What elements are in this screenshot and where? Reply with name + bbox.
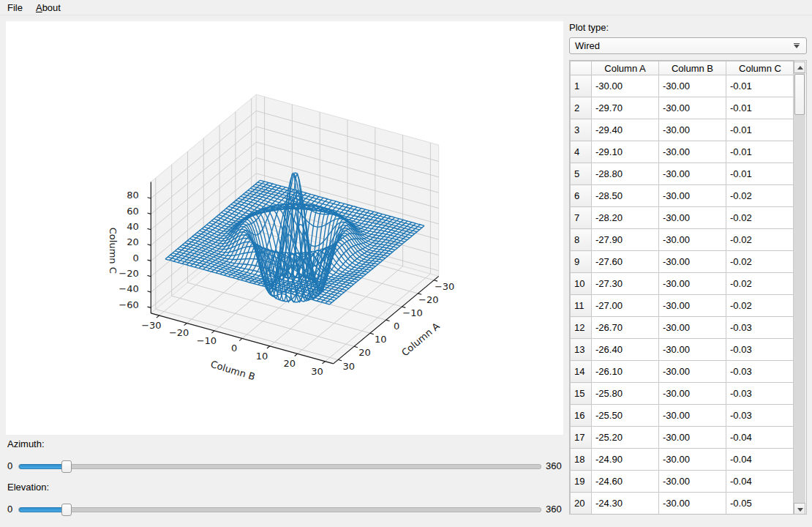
column-c-cell[interactable]: -0.01 <box>726 141 794 163</box>
column-c-cell[interactable]: -0.05 <box>726 493 794 515</box>
column-b-cell[interactable]: -30.00 <box>659 471 726 493</box>
row-number-cell[interactable]: 9 <box>571 251 592 273</box>
column-b-cell[interactable]: -30.00 <box>659 317 726 339</box>
column-a-cell[interactable]: -29.10 <box>592 141 659 163</box>
table-scrollbar[interactable] <box>793 61 805 515</box>
row-number-cell[interactable]: 13 <box>571 339 592 361</box>
row-number-cell[interactable]: 2 <box>571 97 592 119</box>
column-b-cell[interactable]: -30.00 <box>659 119 726 141</box>
column-c-cell[interactable]: -0.02 <box>726 273 794 295</box>
column-a-cell[interactable]: -25.50 <box>592 405 659 427</box>
scrollbar-thumb[interactable] <box>794 74 805 115</box>
row-number-cell[interactable]: 14 <box>571 361 592 383</box>
column-c-cell[interactable]: -0.01 <box>726 163 794 185</box>
azimuth-slider-row: 0 360 <box>0 459 563 474</box>
row-number-cell[interactable]: 4 <box>571 141 592 163</box>
menu-file[interactable]: File <box>1 1 29 15</box>
column-c-cell[interactable]: -0.03 <box>726 339 794 361</box>
column-a-cell[interactable]: -24.90 <box>592 449 659 471</box>
table-row: 4 -29.10 -30.00 -0.01 <box>571 141 794 163</box>
column-b-cell[interactable]: -30.00 <box>659 75 726 97</box>
row-number-cell[interactable]: 5 <box>571 163 592 185</box>
column-a-cell[interactable]: -27.60 <box>592 251 659 273</box>
column-a-cell[interactable]: -27.30 <box>592 273 659 295</box>
row-number-cell[interactable]: 7 <box>571 207 592 229</box>
column-c-cell[interactable]: -0.03 <box>726 317 794 339</box>
column-a-cell[interactable]: -27.90 <box>592 229 659 251</box>
scroll-down-button[interactable] <box>794 503 805 515</box>
column-a-cell[interactable]: -29.70 <box>592 97 659 119</box>
corner-header-cell[interactable] <box>571 61 592 75</box>
column-a-cell[interactable]: -28.50 <box>592 185 659 207</box>
menu-about[interactable]: About <box>30 1 67 15</box>
column-a-cell[interactable]: -25.20 <box>592 427 659 449</box>
column-b-cell[interactable]: -30.00 <box>659 295 726 317</box>
row-number-cell[interactable]: 16 <box>571 405 592 427</box>
scroll-up-button[interactable] <box>794 61 805 73</box>
row-number-cell[interactable]: 10 <box>571 273 592 295</box>
column-a-cell[interactable]: -27.00 <box>592 295 659 317</box>
row-number-cell[interactable]: 1 <box>571 75 592 97</box>
column-a-cell[interactable]: -26.40 <box>592 339 659 361</box>
column-b-cell[interactable]: -30.00 <box>659 163 726 185</box>
column-b-cell[interactable]: -30.00 <box>659 383 726 405</box>
column-b-cell[interactable]: -30.00 <box>659 339 726 361</box>
row-number-cell[interactable]: 18 <box>571 449 592 471</box>
column-c-cell[interactable]: -0.03 <box>726 405 794 427</box>
plot-type-combobox[interactable]: Wired <box>569 37 807 54</box>
column-c-cell[interactable]: -0.01 <box>726 119 794 141</box>
column-c-cell[interactable]: -0.03 <box>726 361 794 383</box>
column-c-cell[interactable]: -0.04 <box>726 449 794 471</box>
column-c-cell[interactable]: -0.01 <box>726 75 794 97</box>
elevation-slider[interactable] <box>18 507 541 512</box>
row-number-cell[interactable]: 8 <box>571 229 592 251</box>
column-a-cell[interactable]: -24.30 <box>592 493 659 515</box>
column-b-cell[interactable]: -30.00 <box>659 427 726 449</box>
row-number-cell[interactable]: 11 <box>571 295 592 317</box>
column-b-cell[interactable]: -30.00 <box>659 493 726 515</box>
column-a-cell[interactable]: -28.20 <box>592 207 659 229</box>
column-a-header[interactable]: Column A <box>592 61 659 75</box>
svg-text:Column C: Column C <box>108 228 119 274</box>
column-c-cell[interactable]: -0.02 <box>726 295 794 317</box>
row-number-cell[interactable]: 15 <box>571 383 592 405</box>
column-b-cell[interactable]: -30.00 <box>659 449 726 471</box>
column-b-header[interactable]: Column B <box>659 61 726 75</box>
column-c-cell[interactable]: -0.02 <box>726 185 794 207</box>
row-number-cell[interactable]: 17 <box>571 427 592 449</box>
column-a-cell[interactable]: -26.10 <box>592 361 659 383</box>
row-number-cell[interactable]: 6 <box>571 185 592 207</box>
column-a-cell[interactable]: -25.80 <box>592 383 659 405</box>
azimuth-slider-handle[interactable] <box>61 460 72 473</box>
column-a-cell[interactable]: -28.80 <box>592 163 659 185</box>
column-b-cell[interactable]: -30.00 <box>659 185 726 207</box>
column-a-cell[interactable]: -29.40 <box>592 119 659 141</box>
elevation-slider-handle[interactable] <box>61 504 72 516</box>
column-b-cell[interactable]: -30.00 <box>659 361 726 383</box>
row-number-cell[interactable]: 12 <box>571 317 592 339</box>
column-a-cell[interactable]: -26.70 <box>592 317 659 339</box>
column-c-cell[interactable]: -0.04 <box>726 471 794 493</box>
column-b-cell[interactable]: -30.00 <box>659 97 726 119</box>
column-b-cell[interactable]: -30.00 <box>659 229 726 251</box>
table-header-row: Column A Column B Column C <box>571 61 794 75</box>
row-number-cell[interactable]: 20 <box>571 493 592 515</box>
column-c-header[interactable]: Column C <box>726 61 794 75</box>
column-b-cell[interactable]: -30.00 <box>659 273 726 295</box>
column-b-cell[interactable]: -30.00 <box>659 207 726 229</box>
column-c-cell[interactable]: -0.01 <box>726 97 794 119</box>
column-a-cell[interactable]: -24.60 <box>592 471 659 493</box>
column-c-cell[interactable]: -0.04 <box>726 427 794 449</box>
row-number-cell[interactable]: 3 <box>571 119 592 141</box>
table-row: 7 -28.20 -30.00 -0.02 <box>571 207 794 229</box>
row-number-cell[interactable]: 19 <box>571 471 592 493</box>
column-b-cell[interactable]: -30.00 <box>659 141 726 163</box>
column-a-cell[interactable]: -30.00 <box>592 75 659 97</box>
column-c-cell[interactable]: -0.03 <box>726 383 794 405</box>
column-c-cell[interactable]: -0.02 <box>726 229 794 251</box>
column-b-cell[interactable]: -30.00 <box>659 251 726 273</box>
column-b-cell[interactable]: -30.00 <box>659 405 726 427</box>
column-c-cell[interactable]: -0.02 <box>726 207 794 229</box>
column-c-cell[interactable]: -0.02 <box>726 251 794 273</box>
azimuth-slider[interactable] <box>18 464 541 469</box>
